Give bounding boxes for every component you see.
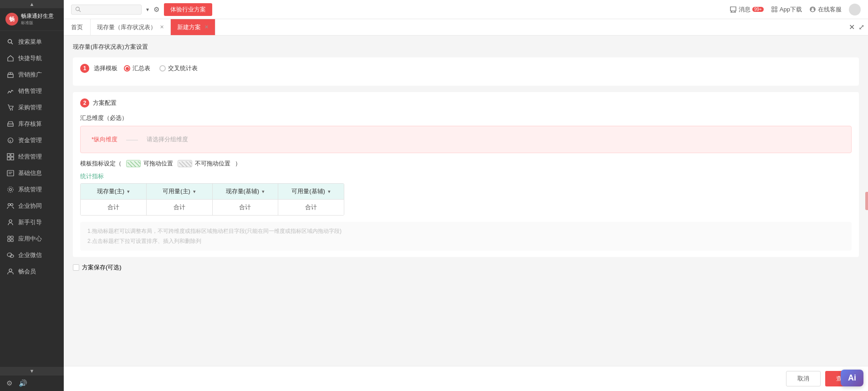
sidebar-label-new-guide: 新手引导 [18,218,42,226]
stat-col-header-1[interactable]: 可用量(主) ▾ [147,184,213,199]
sidebar-item-marketing[interactable]: 营销推广 [0,67,64,83]
speaker-icon[interactable]: 🔊 [19,379,27,387]
svg-rect-29 [772,7,774,9]
toggle-draggable-pattern [128,161,140,167]
sidebar-item-finance[interactable]: ¥ 资金管理 [0,132,64,149]
topbar-right: 消息 99+ App下载 在线客服 [730,4,861,15]
stat-col-header-3[interactable]: 可用量(基辅) ▾ [278,184,344,199]
tab-inventory-close-icon[interactable]: ✕ [160,24,164,30]
svg-rect-32 [775,10,777,12]
settings-icon[interactable]: ⚙ [6,379,12,387]
dimension-placeholder-text[interactable]: 请选择分组维度 [147,135,188,144]
sidebar-scroll-up[interactable]: ▲ [0,0,64,8]
step2-title: 方案配置 [93,99,117,107]
step2-header: 2 方案配置 [80,98,852,108]
sidebar-item-basic-info[interactable]: 基础信息 [0,165,64,181]
ai-button[interactable]: Ai [841,370,863,386]
sidebar-label-finance: 资金管理 [18,136,42,144]
svg-rect-22 [8,239,10,242]
stat-col-label-3: 可用量(基辅) [291,187,325,196]
message-badge: 99+ [752,7,764,12]
sidebar-item-system[interactable]: 系统管理 [0,181,64,198]
sidebar-item-cooperation[interactable]: 企业协同 [0,198,64,214]
svg-rect-2 [8,74,13,77]
topbar-dropdown-arrow[interactable]: ▾ [146,6,149,13]
sidebar-scroll-down[interactable]: ▼ [0,367,64,375]
topbar-left: ▾ ⚙ 体验行业方案 [71,3,212,16]
home-icon [6,54,15,62]
basic-info-icon [6,169,15,177]
toggle-non-draggable: 不可拖动位置 [178,159,230,168]
tab-home-label: 首页 [71,23,83,31]
app-center-icon [6,235,15,243]
tip2-text: 2.点击标题栏下拉可设置排序、插入列和删除列 [87,238,201,244]
radio-cross[interactable]: 交叉统计表 [159,64,198,72]
radio-summary[interactable]: 汇总表 [124,64,150,72]
step1-title: 选择模板 [94,64,117,72]
sidebar-item-app-center[interactable]: 应用中心 [0,231,64,247]
sidebar-label-purchase: 采购管理 [18,103,42,112]
sidebar-item-search-menu[interactable]: 搜索菜单 [0,34,64,50]
stat-table-header: 现存量(主) ▾ 可用量(主) ▾ 现存量(基辅) ▾ 可用量(基辅) ▾ [81,184,344,200]
message-icon [730,6,737,13]
sidebar-item-quick-nav[interactable]: 快捷导航 [0,50,64,67]
operation-icon [6,153,15,161]
dimension-required-text: *纵向维度 [92,135,117,144]
sidebar-item-operation[interactable]: 经营管理 [0,149,64,165]
svg-rect-35 [814,9,815,10]
svg-point-26 [9,269,12,272]
sidebar-item-purchase[interactable]: 采购管理 [0,99,64,116]
sidebar-item-wechat[interactable]: 企业微信 [0,247,64,263]
sidebar-item-inventory[interactable]: 库存核算 [0,116,64,132]
trial-btn[interactable]: 体验行业方案 [164,3,212,16]
stat-col-header-2[interactable]: 现存量(基辅) ▾ [213,184,279,199]
stat-section-title: 统计指标 [80,172,852,180]
topbar-search-input[interactable] [83,6,138,13]
sidebar-item-new-guide[interactable]: 新手引导 [0,214,64,231]
topbar-gear-icon[interactable]: ⚙ [153,5,159,14]
sidebar-label-basic-info: 基础信息 [18,169,42,177]
dimension-required-label: 汇总维度（必选） [80,114,852,122]
message-btn[interactable]: 消息 99+ [730,5,764,14]
stat-col-chevron-3: ▾ [328,189,331,195]
tab-new-scheme-close-icon[interactable]: ✕ [204,24,209,30]
svg-point-0 [8,39,12,43]
tab-new-scheme[interactable]: 新建方案 ✕ [171,19,215,35]
svg-rect-5 [8,124,13,126]
sidebar: ▲ 畅 畅康通好生意 标准版 搜索菜单 快捷导航 营销推广 [0,0,64,391]
app-download-icon [771,6,778,13]
stat-col-chevron-2: ▾ [262,189,265,195]
stat-agg-1: 合计 [174,203,185,211]
gift-icon [6,71,15,79]
svg-text:¥: ¥ [10,139,11,142]
stat-agg-2: 合计 [239,203,251,211]
radio-cross-label: 交叉统计表 [168,64,198,72]
dimension-separator: —— [123,136,141,143]
app-download-btn[interactable]: App下载 [771,5,802,14]
sidebar-item-sales[interactable]: 销售管理 [0,83,64,99]
customer-service-btn[interactable]: 在线客服 [809,5,842,14]
sidebar-logo: 畅 畅康通好生意 标准版 [0,8,64,31]
save-checkbox[interactable] [73,264,79,271]
svg-rect-11 [11,157,14,160]
sidebar-label-cooperation: 企业协同 [18,202,42,210]
stat-col-label-0: 现存量(主) [97,187,125,196]
sidebar-item-member[interactable]: 畅会员 [0,263,64,280]
radio-summary-label: 汇总表 [133,64,150,72]
tab-expand-btn[interactable]: ⤢ [858,23,864,31]
sidebar-label-marketing: 营销推广 [18,71,42,79]
member-icon [6,268,15,276]
stat-col-body-2: 合计 [213,200,279,215]
tip1-text: 1.拖动标题栏可以调整布局，不可跨维度或指标区域拖动栏目字段(只能在同一维度或指… [87,228,342,234]
tab-close-btn[interactable]: ✕ [849,23,855,31]
cancel-button[interactable]: 取消 [786,371,821,386]
tab-inventory[interactable]: 现存量（库存状况表） ✕ [91,19,171,35]
tab-home[interactable]: 首页 [64,19,91,35]
stat-col-header-0[interactable]: 现存量(主) ▾ [81,184,147,199]
indicator-settings-row: 模板指标设定（ 可拖动位置 不可拖动位置 ） [80,159,852,168]
svg-point-17 [8,203,10,206]
user-avatar[interactable] [849,4,861,15]
svg-rect-31 [772,10,774,12]
svg-rect-9 [11,154,14,156]
radio-summary-circle [124,65,130,72]
